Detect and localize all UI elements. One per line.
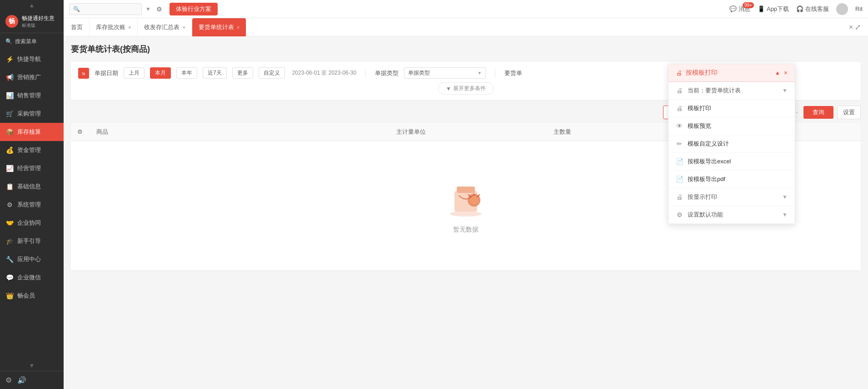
online-service-button[interactable]: 🎧 在线客服 xyxy=(796,5,829,13)
expand-tabs-icon[interactable]: ⤢ xyxy=(855,23,861,31)
message-badge: 99+ xyxy=(743,2,754,8)
tab-inventory-batch[interactable]: 库存批次账 × xyxy=(90,18,138,36)
tab-close-icon[interactable]: × xyxy=(182,25,185,30)
settings-icon[interactable]: ⚙ xyxy=(5,376,12,384)
dropdown-default-func[interactable]: ⚙ 设置默认功能 ▼ xyxy=(668,206,795,224)
phone-icon: 📱 xyxy=(758,5,765,12)
trial-button[interactable]: 体验行业方案 xyxy=(170,3,218,15)
doc-type-select-text: 单据类型 xyxy=(408,69,475,77)
member-icon: 👑 xyxy=(5,292,14,299)
tab-home[interactable]: 首页 xyxy=(71,18,90,36)
default-func-label: 设置默认功能 xyxy=(688,211,723,219)
messages-button[interactable]: 💬 消息 99+ xyxy=(729,5,750,13)
dropdown-template-print[interactable]: 🖨 模板打印 xyxy=(668,100,795,117)
settings-button[interactable]: 设置 xyxy=(837,106,861,119)
filter-expand-button[interactable]: » xyxy=(78,68,89,79)
date-prev-month-button[interactable]: 上月 xyxy=(124,67,145,79)
query-button[interactable]: 查询 xyxy=(803,106,833,119)
dropdown-template-preview[interactable]: 👁 模板预览 xyxy=(668,117,795,135)
empty-text: 暂无数据 xyxy=(453,226,479,234)
sidebar-scroll-down[interactable]: ▼ xyxy=(0,360,64,371)
dropdown-header-left: 🖨 按模板打印 xyxy=(676,69,718,77)
sidebar-item-guide[interactable]: 🎓 新手引导 xyxy=(0,232,64,250)
sidebar-item-inventory[interactable]: 📦 库存核算 xyxy=(0,123,64,141)
dropdown-current-item[interactable]: 🖨 当前：要货单统计表 ▼ xyxy=(668,82,795,100)
tab-close-icon[interactable]: × xyxy=(128,25,131,30)
chevron-down-icon: ▼ xyxy=(477,71,482,76)
tab-order-summary[interactable]: 要货单统计表 × xyxy=(192,18,246,36)
tabs-bar: 首页 库存批次账 × 收发存汇总表 × 要货单统计表 × × ⤢ xyxy=(64,18,868,36)
page-content: 要货单统计表(按商品) » 单据日期 上月 本月 本年 近7天 更多 自定义 2… xyxy=(64,36,868,389)
sidebar-item-purchase[interactable]: 🛒 采购管理 xyxy=(0,105,64,123)
svg-point-0 xyxy=(450,211,482,217)
sidebar-item-operation[interactable]: 📈 经营管理 xyxy=(0,159,64,177)
chevron-right-icon-2: ▼ xyxy=(782,194,788,200)
sidebar-label: 新手引导 xyxy=(17,237,41,245)
sidebar-item-system[interactable]: ⚙ 系统管理 xyxy=(0,196,64,214)
date-custom-button[interactable]: 自定义 xyxy=(259,67,285,79)
dropdown-header: 🖨 按模板打印 ▲ × xyxy=(668,64,795,82)
dropdown-close-icon[interactable]: × xyxy=(784,69,788,76)
sidebar-item-wechat[interactable]: 💬 企业微信 xyxy=(0,268,64,287)
sales-icon: 📊 xyxy=(5,92,14,99)
sidebar-search-label: 搜索菜单 xyxy=(15,38,37,45)
template-pdf-icon: 📄 xyxy=(676,176,683,183)
sidebar-label: 系统管理 xyxy=(17,201,41,209)
tab-label: 首页 xyxy=(71,23,83,31)
sidebar-item-member[interactable]: 👑 畅会员 xyxy=(0,287,64,305)
quick-nav-icon: ⚡ xyxy=(5,56,14,63)
template-excel-icon: 📄 xyxy=(676,158,683,165)
chevron-right-icon-3: ▼ xyxy=(782,212,788,218)
tab-close-icon[interactable]: × xyxy=(237,25,239,30)
doc-type-label: 单据类型 xyxy=(375,69,399,77)
sidebar-item-marketing[interactable]: 📢 营销推广 xyxy=(0,68,64,86)
th-unit: 主计量单位 xyxy=(389,128,546,136)
header-search-icon: 🔍 xyxy=(73,6,80,12)
doc-type-select[interactable]: 单据类型 ▼ xyxy=(404,67,486,79)
dropdown-template-excel[interactable]: 📄 按模板导出excel xyxy=(668,153,795,171)
dropdown-template-design[interactable]: ✏ 模板自定义设计 xyxy=(668,135,795,153)
sidebar-item-sales[interactable]: 📊 销售管理 xyxy=(0,86,64,105)
date-more-button[interactable]: 更多 xyxy=(232,67,253,79)
template-pdf-label: 按模板导出pdf xyxy=(688,175,725,183)
operation-icon: 📈 xyxy=(5,165,14,172)
sidebar-item-base[interactable]: 📋 基础信息 xyxy=(0,177,64,196)
header-search-box[interactable]: 🔍 xyxy=(69,3,142,15)
guide-icon: 🎓 xyxy=(5,237,14,245)
sidebar-search-item[interactable]: 🔍 搜索菜单 xyxy=(0,33,64,50)
close-all-tabs-icon[interactable]: × xyxy=(849,23,853,31)
sidebar-nav: ⚡ 快捷导航 📢 营销推广 📊 销售管理 🛒 采购管理 📦 库存核算 💰 资金管… xyxy=(0,50,64,360)
expand-more-button[interactable]: ▼ 展开更多条件 xyxy=(438,82,494,95)
template-preview-label: 模板预览 xyxy=(688,122,711,130)
app-download-button[interactable]: 📱 App下载 xyxy=(758,5,789,13)
th-gear[interactable]: ⚙ xyxy=(71,128,89,135)
sidebar-item-finance[interactable]: 💰 资金管理 xyxy=(0,141,64,159)
user-avatar[interactable] xyxy=(836,3,848,15)
template-print-icon: 🖨 xyxy=(676,105,683,112)
header-chevron-icon[interactable]: ▼ xyxy=(145,6,151,12)
sidebar-scroll-up[interactable]: ▲ xyxy=(0,0,64,10)
sidebar-item-app-center[interactable]: 🔧 应用中心 xyxy=(0,250,64,268)
tab-collection-summary[interactable]: 收发存汇总表 × xyxy=(138,18,192,36)
sidebar-logo: 畅 畅捷通好生意 标准版 xyxy=(0,10,64,33)
date-current-month-button[interactable]: 本月 xyxy=(150,67,171,79)
tab-label: 要货单统计表 xyxy=(199,23,234,31)
date-7days-button[interactable]: 近7天 xyxy=(203,67,227,79)
sidebar-item-enterprise[interactable]: 🤝 企业协同 xyxy=(0,214,64,232)
current-item-left: 🖨 当前：要货单统计表 xyxy=(676,86,741,95)
message-icon: 💬 xyxy=(729,5,737,12)
header-gear-icon[interactable]: ⚙ xyxy=(156,5,162,13)
expand-more-label: 展开更多条件 xyxy=(453,85,486,92)
dropdown-display-print[interactable]: 🖨 按显示打印 ▼ xyxy=(668,188,795,206)
dropdown-collapse-icon[interactable]: ▲ xyxy=(775,70,780,76)
dropdown-title: 按模板打印 xyxy=(686,69,718,77)
header-right: 💬 消息 99+ 📱 App下载 🎧 在线客服 Rit xyxy=(729,3,863,15)
date-year-button[interactable]: 本年 xyxy=(176,67,197,79)
sidebar-bottom: ⚙ 🔊 xyxy=(0,371,64,389)
sound-icon[interactable]: 🔊 xyxy=(17,376,26,384)
sidebar-label: 库存核算 xyxy=(17,128,41,136)
sidebar-label: 基础信息 xyxy=(17,182,41,191)
sidebar-item-quick-nav[interactable]: ⚡ 快捷导航 xyxy=(0,50,64,68)
current-template-label: 当前：要货单统计表 xyxy=(688,86,741,95)
dropdown-template-pdf[interactable]: 📄 按模板导出pdf xyxy=(668,171,795,188)
